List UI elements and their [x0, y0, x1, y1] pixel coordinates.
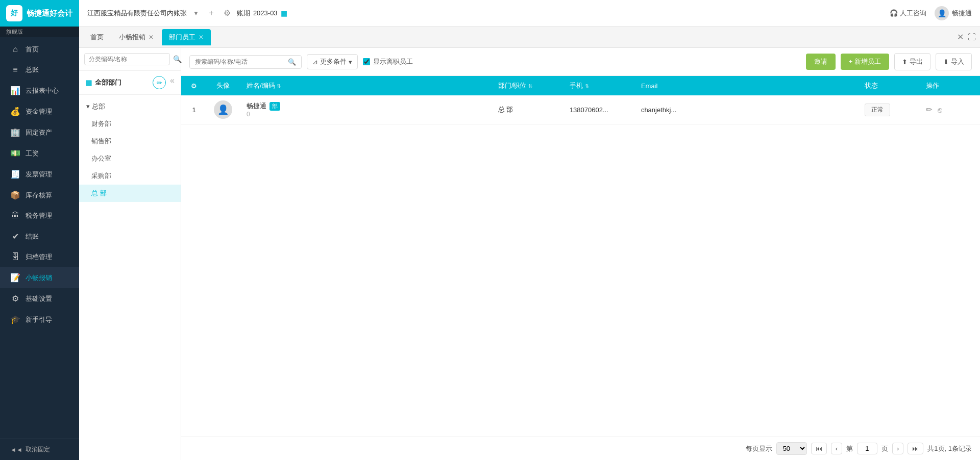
show-resigned-checkbox[interactable]	[363, 58, 370, 65]
sidebar-item-archive[interactable]: 🗄 归档管理	[0, 247, 79, 267]
sidebar-item-label: 税务管理	[26, 211, 52, 220]
delete-employee-icon[interactable]: ⎋	[938, 106, 942, 114]
tab-department-close-icon[interactable]: ✕	[199, 34, 204, 41]
company-dropdown-icon[interactable]: ▼	[193, 10, 199, 17]
sidebar-item-label: 资金管理	[26, 107, 52, 116]
dept-item-purchasing[interactable]: 采购部	[79, 167, 181, 185]
col-header-name[interactable]: 姓名/编码 ⇅	[239, 76, 491, 95]
logo-icon: 好	[6, 5, 22, 21]
per-page-select[interactable]: 102050100	[776, 442, 807, 455]
close-accounts-icon: ✔	[10, 232, 20, 241]
sidebar-item-salary[interactable]: 💵 工资	[0, 143, 79, 164]
show-resigned-checkbox-label[interactable]: 显示离职员工	[363, 57, 413, 66]
employee-search-input[interactable]	[195, 58, 285, 65]
edit-employee-icon[interactable]: ✏	[926, 105, 933, 114]
col-header-phone[interactable]: 手机 ⇅	[562, 76, 634, 95]
sidebar-item-tax[interactable]: 🏛 税务管理	[0, 206, 79, 226]
filter-icon: ⊿	[312, 58, 318, 66]
main-area: 江西服宝精品有限责任公司内账张 ▼ ＋ ⚙ 账期 2023-03 ▦ 🎧 人工咨…	[79, 0, 980, 460]
tab-expense[interactable]: 小畅报销 ✕	[112, 29, 161, 45]
dept-badge: 部	[270, 102, 280, 111]
dept-item-finance[interactable]: 财务部	[79, 115, 181, 133]
cell-num: 1	[181, 95, 207, 124]
cell-avatar: 👤	[207, 95, 239, 124]
dept-item-general[interactable]: 总 部	[79, 185, 181, 202]
col-phone-label: 手机	[570, 82, 583, 89]
last-page-button[interactable]: ⏭	[908, 443, 923, 454]
export-button[interactable]: ⬆ 导出	[894, 53, 930, 70]
tab-department[interactable]: 部门员工 ✕	[162, 29, 211, 45]
cell-actions: ✏ ⎋	[919, 95, 980, 124]
add-employee-button[interactable]: + 新增员工	[841, 54, 889, 70]
company-settings-icon[interactable]: ⚙	[224, 8, 231, 18]
user-name: 畅捷通	[952, 9, 972, 18]
page-input[interactable]	[857, 443, 877, 454]
support-button[interactable]: 🎧 人工咨询	[890, 9, 926, 18]
sidebar-item-assets[interactable]: 🏢 固定资产	[0, 122, 79, 143]
calendar-icon[interactable]: ▦	[281, 9, 287, 17]
topbar: 江西服宝精品有限责任公司内账张 ▼ ＋ ⚙ 账期 2023-03 ▦ 🎧 人工咨…	[79, 0, 980, 27]
add-company-icon[interactable]: ＋	[207, 8, 215, 18]
dept-item-sales[interactable]: 销售部	[79, 133, 181, 150]
sidebar-item-close-accounts[interactable]: ✔ 结账	[0, 226, 79, 247]
sidebar-item-reports[interactable]: 📊 云报表中心	[0, 80, 79, 101]
sidebar-item-label: 归档管理	[26, 252, 52, 262]
pin-icon: ◄◄	[10, 446, 22, 453]
employee-toolbar: 🔍 ⊿ 更多条件 ▾ 显示离职员工 邀请 + 新增员工 ⬆ 导出	[181, 48, 980, 76]
dept-collapse-icon[interactable]: «	[170, 76, 175, 89]
funds-icon: 💰	[10, 107, 20, 116]
table-row: 1 👤 畅捷通 部 0 总 部	[181, 95, 980, 124]
sidebar-item-funds[interactable]: 💰 资金管理	[0, 101, 79, 122]
first-page-button[interactable]: ⏮	[811, 443, 827, 454]
page-suffix-label: 页	[881, 444, 888, 453]
tab-close-all-icon[interactable]: ✕	[957, 32, 964, 42]
sidebar-item-expense[interactable]: 📝 小畅报销	[0, 267, 79, 288]
col-header-email: Email	[634, 76, 857, 95]
expand-icon: ▾	[86, 103, 90, 110]
employee-search-icon[interactable]: 🔍	[288, 58, 296, 66]
tab-expand-icon[interactable]: ⛶	[968, 33, 976, 42]
import-button[interactable]: ⬇ 导入	[936, 53, 972, 70]
unpin-button[interactable]: ◄◄ 取消固定	[0, 439, 79, 460]
dept-edit-button[interactable]: ✏	[153, 76, 166, 89]
period-value: 2023-03	[253, 9, 278, 17]
edition-badge: 旗舰版	[0, 27, 79, 37]
dept-search-input[interactable]	[84, 53, 170, 65]
next-page-button[interactable]: ›	[892, 443, 903, 454]
col-header-dept[interactable]: 部门/职位 ⇅	[491, 76, 562, 95]
dept-item-office[interactable]: 办公室	[79, 150, 181, 167]
sidebar-item-guide[interactable]: 🎓 新手引导	[0, 309, 79, 330]
content-area: 🔍 ▦ 全部部门 ✏ « ▾ 总部 财务部	[79, 48, 980, 460]
user-menu[interactable]: 👤 畅捷通	[935, 6, 972, 20]
sidebar-item-label: 基础设置	[26, 294, 52, 303]
sidebar-item-label: 云报表中心	[26, 86, 59, 95]
dept-search-icon[interactable]: 🔍	[173, 55, 182, 63]
sidebar: 好 畅捷通好会计 旗舰版 ⌂ 首页 ≡ 总账 📊 云报表中心 💰 资金管理 🏢 …	[0, 0, 79, 460]
col-header-num: ⚙	[181, 76, 207, 95]
assets-icon: 🏢	[10, 127, 20, 137]
dept-tree: ▾ 总部 财务部 销售部 办公室 采购部 总 部	[79, 95, 181, 460]
filter-button[interactable]: ⊿ 更多条件 ▾	[307, 54, 358, 69]
dept-item-label: 采购部	[91, 172, 111, 180]
invoice-icon: 🧾	[10, 169, 20, 179]
dept-item-label: 总 部	[91, 189, 107, 197]
sidebar-item-ledger[interactable]: ≡ 总账	[0, 60, 79, 80]
invite-button[interactable]: 邀请	[806, 54, 836, 70]
sidebar-item-invoice[interactable]: 🧾 发票管理	[0, 164, 79, 185]
col-header-avatar: 头像	[207, 76, 239, 95]
settings-col-icon[interactable]: ⚙	[191, 82, 197, 90]
sidebar-item-label: 固定资产	[26, 128, 52, 137]
tab-home[interactable]: 首页	[83, 29, 111, 45]
tab-home-label: 首页	[90, 33, 104, 42]
prev-page-button[interactable]: ‹	[831, 443, 842, 454]
tab-expense-close-icon[interactable]: ✕	[149, 34, 154, 41]
sidebar-item-home[interactable]: ⌂ 首页	[0, 39, 79, 60]
export-icon: ⬆	[902, 58, 908, 66]
period-label: 账期	[237, 9, 250, 18]
dept-item-label: 办公室	[91, 155, 111, 162]
filter-chevron-icon: ▾	[349, 58, 352, 66]
sidebar-item-settings[interactable]: ⚙ 基础设置	[0, 288, 79, 309]
sidebar-item-inventory[interactable]: 📦 库存核算	[0, 185, 79, 206]
import-icon: ⬇	[943, 58, 949, 66]
archive-icon: 🗄	[10, 252, 20, 262]
